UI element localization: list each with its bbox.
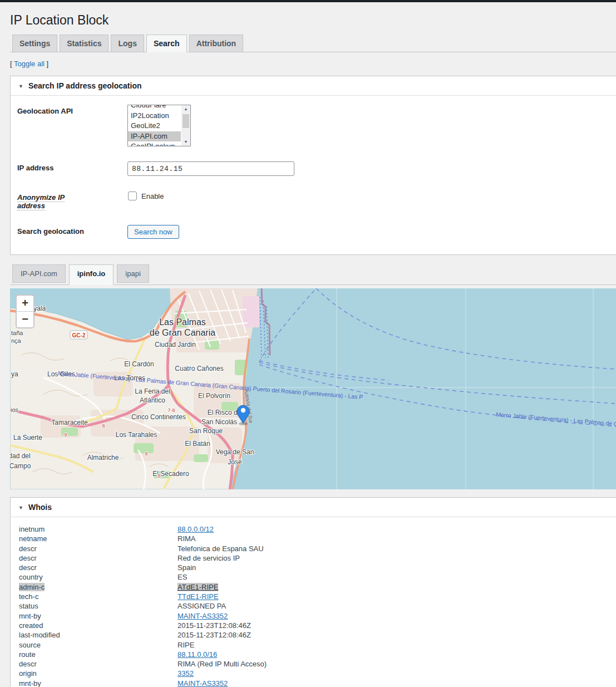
- whois-key: mnt-by: [11, 679, 178, 687]
- whois-value[interactable]: 88.11.0.0/16: [178, 650, 217, 659]
- whois-row: descrSpain: [11, 563, 616, 572]
- map-label: El Risco de: [208, 409, 242, 416]
- map-label: 7-8: [167, 408, 175, 413]
- whois-value-link[interactable]: 3352: [178, 669, 194, 678]
- tab-logs[interactable]: Logs: [111, 35, 144, 52]
- toggle-all-link[interactable]: Toggle all: [14, 60, 45, 68]
- whois-value-link[interactable]: 88.0.0.0/12: [178, 525, 214, 533]
- whois-key: netname: [11, 534, 178, 543]
- result-tab-ipinfo.io[interactable]: ipinfo.io: [69, 264, 114, 285]
- whois-value: Telefonica de Espana SAU: [178, 544, 264, 553]
- map-label: La Feria del: [135, 387, 170, 395]
- whois-value-link[interactable]: 88.11.0.0/16: [178, 650, 217, 659]
- map-label: El Polvorín: [198, 392, 230, 400]
- section-search-header[interactable]: ▼Search IP address geolocation: [11, 76, 616, 96]
- whois-value[interactable]: ATdE1-RIPE: [178, 582, 218, 592]
- map-road-badge: GC-2: [70, 331, 87, 339]
- tab-attribution[interactable]: Attribution: [189, 35, 244, 52]
- tab-statistics[interactable]: Statistics: [60, 35, 109, 52]
- whois-value: 2015-11-23T12:08:46Z: [178, 621, 251, 630]
- whois-value[interactable]: 88.0.0.0/12: [178, 524, 214, 534]
- anonymize-checkbox-wrap: Enable: [127, 191, 164, 202]
- ip-address-label: IP address: [17, 161, 127, 172]
- whois-key: route: [11, 650, 178, 659]
- whois-value-link[interactable]: ATdE1-RIPE: [178, 583, 218, 591]
- geolocation-api-label: Geolocation API: [17, 105, 127, 115]
- tab-search[interactable]: Search: [146, 35, 187, 52]
- whois-value[interactable]: MAINT-AS3352: [178, 679, 228, 687]
- whois-key: descr: [11, 544, 178, 553]
- map-label: Los Tarahales: [116, 431, 157, 439]
- whois-value: ASSIGNED PA: [178, 601, 226, 611]
- collapse-arrow-icon: ▼: [18, 505, 23, 511]
- search-form: Geolocation API CloudFlareIP2LocationGeo…: [11, 96, 616, 254]
- whois-value: RIPE: [178, 640, 194, 650]
- ip-address-input[interactable]: [127, 161, 294, 176]
- section-whois-header[interactable]: ▼Whois: [11, 498, 616, 517]
- whois-value-link[interactable]: TTdE1-RIPE: [178, 592, 219, 601]
- whois-value[interactable]: 3352: [178, 669, 194, 678]
- page-title: IP Location Block: [10, 2, 616, 32]
- whois-key: country: [11, 572, 178, 582]
- whois-row: created2015-11-23T12:08:46Z: [11, 621, 616, 630]
- whois-key: mnt-by: [11, 611, 178, 621]
- whois-row: inetnum88.0.0.0/12: [11, 524, 616, 534]
- scroll-down-icon[interactable]: ▼: [181, 138, 190, 146]
- whois-row: last-modified2015-11-23T12:08:46Z: [11, 630, 616, 640]
- option-ip2location[interactable]: IP2Location: [128, 111, 181, 121]
- map-label: Las Palmas: [159, 317, 206, 327]
- map-label: Ciudad del: [10, 452, 31, 460]
- whois-value: RIMA (Red IP Multi Acceso): [178, 659, 267, 669]
- whois-value: RIMA: [178, 534, 196, 543]
- whois-row: mnt-byMAINT-AS3352: [11, 679, 616, 687]
- option-geoiplookup[interactable]: GeoIPLookup: [128, 141, 181, 146]
- whois-row: countryES: [11, 572, 616, 582]
- whois-value-link[interactable]: MAINT-AS3352: [178, 612, 228, 620]
- select-scrollbar[interactable]: ▲ ▼: [181, 105, 190, 146]
- whois-value: 2015-11-23T12:08:46Z: [178, 630, 251, 640]
- whois-value-link[interactable]: MAINT-AS3352: [178, 679, 228, 687]
- map-label: El Batán: [185, 440, 210, 448]
- tab-settings[interactable]: Settings: [12, 35, 57, 52]
- option-ip-api.com[interactable]: IP-API.com: [128, 131, 181, 142]
- collapse-arrow-icon: ▼: [18, 84, 23, 89]
- toggle-bracket-open: [: [10, 60, 14, 68]
- map-label: de Gran Canaria: [150, 328, 215, 337]
- map-label: El Cardón: [124, 360, 154, 368]
- geolocation-api-select[interactable]: CloudFlareIP2LocationGeoLite2IP-API.comG…: [127, 105, 191, 146]
- whois-row: statusASSIGNED PA: [11, 601, 616, 611]
- whois-value[interactable]: MAINT-AS3352: [178, 611, 228, 621]
- search-now-button[interactable]: Search now: [127, 225, 179, 239]
- map-label: Almatriche: [87, 454, 119, 462]
- whois-key: origin: [11, 669, 178, 678]
- whois-row: origin3352: [11, 669, 616, 678]
- map-label: Atlántico: [140, 396, 165, 404]
- map-label: Cuatro Cañones: [175, 365, 223, 372]
- whois-key: admin-c: [11, 582, 178, 592]
- scroll-thumb[interactable]: [183, 114, 189, 128]
- whois-row: route88.11.0.0/16: [11, 650, 616, 659]
- map-label: Vega de San: [216, 448, 254, 456]
- scroll-up-icon[interactable]: ▲: [181, 105, 190, 113]
- whois-row: tech-cTTdE1-RIPE: [11, 592, 616, 601]
- option-cloudflare[interactable]: CloudFlare: [128, 105, 181, 111]
- zoom-in-button[interactable]: +: [17, 296, 33, 311]
- map-label: ios: [11, 406, 19, 413]
- whois-value[interactable]: TTdE1-RIPE: [178, 592, 219, 601]
- map-label: San Nicolás: [201, 418, 237, 426]
- result-tab-ip-api.com[interactable]: IP-API.com: [12, 264, 66, 283]
- option-geolite2[interactable]: GeoLite2: [128, 121, 181, 131]
- anonymize-checkbox[interactable]: [128, 192, 137, 200]
- geolocation-map[interactable]: GC-2 sta AyalatañançaLas Palmasde Gran C…: [10, 288, 616, 489]
- map-label: Ciudad Jardin: [155, 341, 196, 349]
- main-tab-bar: SettingsStatisticsLogsSearchAttribution: [10, 35, 616, 52]
- toggle-bracket-close: ]: [45, 60, 48, 68]
- zoom-out-button[interactable]: −: [17, 311, 33, 327]
- whois-key: created: [11, 621, 178, 630]
- row-anonymize: Anonymize IP address Enable: [17, 191, 609, 210]
- whois-row: mnt-byMAINT-AS3352: [11, 611, 616, 621]
- whois-key: inetnum: [11, 524, 178, 534]
- map-label: ya: [11, 370, 18, 378]
- result-tab-ipapi[interactable]: ipapi: [117, 264, 149, 283]
- map-label: La Suerte: [13, 434, 42, 441]
